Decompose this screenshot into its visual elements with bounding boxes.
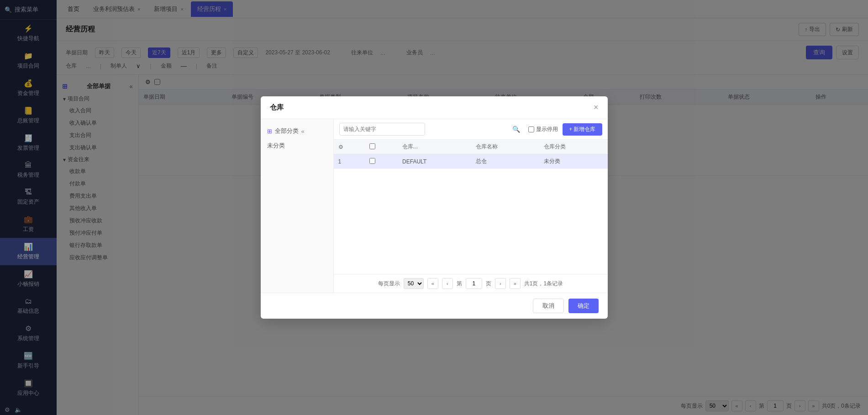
confirm-button[interactable]: 确定 (568, 299, 599, 313)
show-disabled-label[interactable]: 显示停用 (528, 126, 558, 133)
add-warehouse-label: + 新增仓库 (569, 126, 595, 133)
modal-page-size-label: 每页显示 (378, 280, 400, 288)
modal-close-button[interactable]: × (594, 103, 599, 112)
grid-icon-modal: ⊞ (267, 128, 272, 135)
modal-col-name: 仓库名称 (471, 140, 539, 154)
modal-header: 仓库 × (261, 96, 608, 119)
tree-all-label: 全部分类 (275, 127, 299, 135)
modal-body: ⊞ 全部分类 « 未分类 🔍 显示停 (261, 119, 608, 293)
modal-first-page[interactable]: « (427, 278, 438, 289)
row-code: DEFAULT (398, 154, 471, 169)
modal-next-page[interactable]: › (495, 278, 506, 289)
tree-unclassified-label: 未分类 (267, 142, 285, 150)
modal-right: 🔍 显示停用 + 新增仓库 ⚙ (334, 119, 608, 293)
row-checkbox[interactable] (369, 158, 375, 164)
modal-page-suffix: 页 (486, 280, 491, 288)
table-row[interactable]: 1 DEFAULT 总仓 未分类 (334, 154, 608, 169)
modal-title: 仓库 (270, 103, 284, 112)
modal-select-all[interactable] (369, 143, 375, 149)
modal-col-category: 仓库分类 (539, 140, 607, 154)
cancel-button[interactable]: 取消 (533, 299, 564, 313)
modal-col-code: 仓库... (398, 140, 471, 154)
modal-tree: ⊞ 全部分类 « 未分类 (261, 119, 334, 293)
row-name: 总仓 (471, 154, 539, 169)
modal-total-label: 共1页，1条记录 (524, 280, 563, 288)
modal-col-settings: ⚙ (334, 140, 365, 154)
modal-pagination: 每页显示 50 « ‹ 第 页 › » 共1页，1条记录 (334, 274, 608, 293)
modal-table: ⚙ 仓库... 仓库名称 仓库分类 1 DEFAULT (334, 140, 608, 274)
add-warehouse-button[interactable]: + 新增仓库 (563, 123, 602, 136)
tree-collapse-btn[interactable]: « (301, 128, 305, 135)
modal-prev-page[interactable]: ‹ (442, 278, 453, 289)
search-wrap: 🔍 (339, 123, 524, 136)
show-disabled-text: 显示停用 (536, 126, 558, 133)
modal-overlay: 仓库 × ⊞ 全部分类 « 未分类 (0, 0, 868, 415)
show-disabled-checkbox[interactable] (528, 126, 534, 132)
warehouse-modal: 仓库 × ⊞ 全部分类 « 未分类 (261, 96, 608, 319)
row-category: 未分类 (539, 154, 607, 169)
modal-col-checkbox (365, 140, 398, 154)
modal-footer: 取消 确定 (261, 293, 608, 319)
modal-toolbar: 🔍 显示停用 + 新增仓库 (334, 119, 608, 140)
modal-page-size-select[interactable]: 50 (404, 278, 424, 289)
search-icon-modal: 🔍 (512, 126, 520, 133)
row-checkbox-cell (365, 154, 398, 169)
modal-page-input[interactable] (466, 278, 482, 289)
modal-last-page[interactable]: » (510, 278, 521, 289)
modal-page-label: 第 (457, 280, 462, 288)
row-index: 1 (334, 154, 365, 169)
tree-item-all[interactable]: ⊞ 全部分类 « (261, 124, 333, 138)
tree-item-unclassified[interactable]: 未分类 (261, 138, 333, 153)
warehouse-search-input[interactable] (339, 123, 425, 136)
